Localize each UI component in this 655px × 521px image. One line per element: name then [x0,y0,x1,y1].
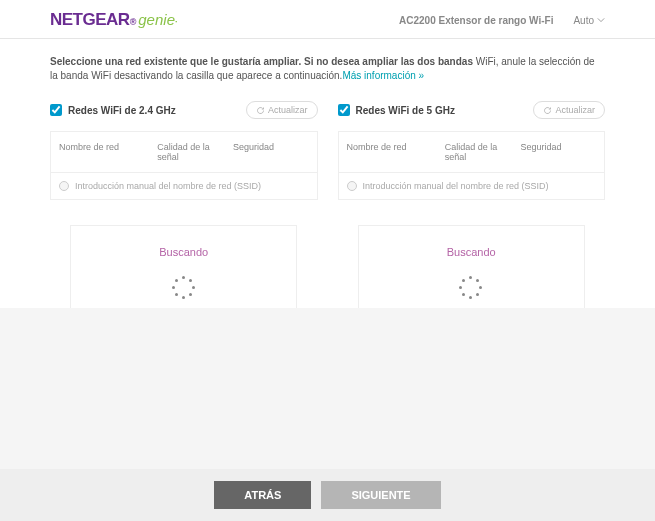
logo-netgear: NETGEAR [50,10,130,30]
band-24-checkbox[interactable]: Redes WiFi de 2.4 GHz [50,104,176,116]
spinner-icon [172,276,196,300]
auto-dropdown[interactable]: Auto [573,15,605,26]
band-24ghz: Redes WiFi de 2.4 GHz Actualizar Nombre … [50,101,318,331]
band-5ghz: Redes WiFi de 5 GHz Actualizar Nombre de… [338,101,606,331]
col-network-name: Nombre de red [59,142,157,162]
next-button[interactable]: SIGUIENTE [321,481,440,509]
more-info-link[interactable]: Más información » [342,70,424,81]
col-signal: Calidad de la señal [157,142,233,162]
col-signal: Calidad de la señal [445,142,521,162]
col-security: Seguridad [233,142,309,162]
chevron-down-icon [597,17,605,23]
refresh-icon [543,106,552,115]
table-5: Nombre de red Calidad de la señal Seguri… [338,131,606,200]
band-5-checkbox[interactable]: Redes WiFi de 5 GHz [338,104,455,116]
instructions: Seleccione una red existente que le gust… [50,55,605,83]
content: Seleccione una red existente que le gust… [0,39,655,331]
refresh-5-button[interactable]: Actualizar [533,101,605,119]
spinner-icon [459,276,483,300]
col-security: Seguridad [520,142,596,162]
radio-icon [59,181,69,191]
back-button[interactable]: ATRÁS [214,481,311,509]
manual-ssid-5[interactable]: Introducción manual del nombre de red (S… [339,172,605,199]
model-label: AC2200 Extensor de rango Wi-Fi [399,15,553,26]
refresh-icon [256,106,265,115]
footer: ATRÁS SIGUIENTE [0,469,655,521]
manual-ssid-24[interactable]: Introducción manual del nombre de red (S… [51,172,317,199]
logo: NETGEAR® genie· [50,10,177,30]
header: NETGEAR® genie· AC2200 Extensor de rango… [0,0,655,39]
table-24: Nombre de red Calidad de la señal Seguri… [50,131,318,200]
logo-genie: genie [138,11,175,28]
refresh-24-button[interactable]: Actualizar [246,101,318,119]
radio-icon [347,181,357,191]
col-network-name: Nombre de red [347,142,445,162]
